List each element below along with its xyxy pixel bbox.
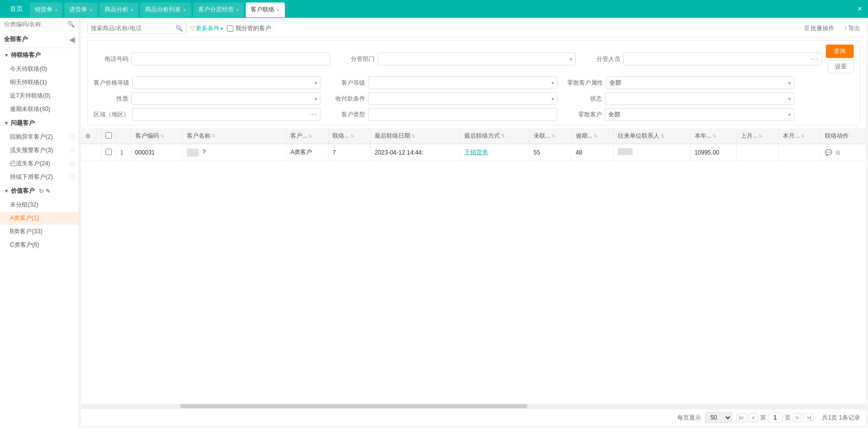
td-row-overdue: 48 (571, 144, 613, 161)
export-button[interactable]: ↑ 导出 (844, 24, 860, 33)
horizontal-scrollbar-thumb[interactable] (180, 404, 527, 408)
select-region[interactable]: ··· (132, 108, 321, 121)
page-input[interactable] (768, 413, 783, 423)
sidebar-item-tomorrow-contact[interactable]: 明天待联络(1) (0, 76, 79, 89)
th-type[interactable]: 客户... ⇅ (286, 128, 328, 144)
select-sparse-customer[interactable]: 全部 ▾ (605, 108, 794, 121)
sidebar-item-7days-contact[interactable]: 近7天待联络(0) (0, 89, 79, 103)
table-gear-icon[interactable]: ⚙ (85, 133, 91, 140)
sidebar-header-icons: ◀ (69, 36, 75, 44)
filter-my-customers[interactable]: 我分管的客户 (227, 24, 271, 33)
th-company-contacts[interactable]: 往来单位联系人 ⇅ (613, 128, 690, 144)
select-all-checkbox[interactable] (106, 132, 112, 139)
th-settings[interactable]: ⚙ (81, 128, 101, 144)
sidebar-group-problem-label: 问题客户 (11, 119, 35, 127)
page-size-select[interactable]: 50 100 200 (705, 412, 732, 423)
th-last-contact-date[interactable]: 最后联络日期 ⇅ (371, 128, 460, 144)
td-row-last-method[interactable]: 下销货单 (460, 144, 529, 161)
sidebar-item-repurchase-abnormal[interactable]: 回购异常客户(2) ⓘ (0, 130, 79, 144)
select-phone[interactable] (131, 53, 330, 65)
th-contact-count[interactable]: 联络... ⇅ (328, 128, 371, 144)
settings-button[interactable]: 设置 (828, 60, 854, 73)
sidebar-group-value-customers[interactable]: ▼ 价值客户 ↻ ✎ (0, 184, 79, 198)
last-method-link[interactable]: 下销货单 (464, 149, 488, 156)
select-status[interactable]: ▾ (605, 92, 794, 105)
select-price-grade[interactable]: ▾ (132, 76, 321, 89)
sidebar-item-class-a[interactable]: A类客户(1) (0, 212, 79, 225)
nav-tab-close-5[interactable]: × (276, 7, 279, 13)
sidebar-item-churn-warning[interactable]: 流失预警客户(3) ⓘ (0, 144, 79, 157)
nav-tab-close-0[interactable]: × (54, 7, 57, 13)
sidebar-group-problem-customers[interactable]: ▼ 问题客户 (0, 116, 79, 130)
nav-tab-1[interactable]: 进货单 × (64, 2, 97, 17)
last-page-button[interactable]: >| (804, 413, 814, 422)
th-checkbox (101, 128, 116, 144)
value-group-refresh-icon[interactable]: ↻ (39, 188, 44, 195)
nav-tab-3[interactable]: 商品分析列表 × (140, 2, 191, 17)
nav-tab-5[interactable]: 客户联络 × (246, 2, 284, 17)
nav-tab-close-4[interactable]: × (236, 7, 239, 13)
my-customers-checkbox[interactable] (227, 25, 233, 32)
qrcode-icon[interactable]: ⊞ (835, 149, 840, 156)
th-overdue[interactable]: 逾期... ⇅ (571, 128, 613, 144)
nav-tab-0[interactable]: 销货单 × (30, 2, 62, 17)
select-customer-grade[interactable]: ▾ (368, 76, 557, 89)
th-last-method[interactable]: 最后联络方式 ⇅ (460, 128, 529, 144)
chat-icon[interactable]: 💬 (825, 149, 832, 156)
td-row-action: 💬 ⊞ (821, 144, 866, 161)
sort-icon-type: ⇅ (308, 133, 312, 139)
filter-more-conditions[interactable]: ▽ 更多条件 ▾ (190, 24, 223, 33)
td-row-contact-count: 7 (328, 144, 371, 161)
sidebar-search-input[interactable] (4, 21, 65, 28)
th-index (116, 128, 131, 144)
prev-page-button[interactable]: < (749, 413, 758, 422)
window-close-button[interactable]: × (856, 2, 864, 15)
nav-tab-close-1[interactable]: × (89, 7, 92, 13)
batch-operation-button[interactable]: ☰ 批量操作 (804, 24, 834, 33)
nav-tab-close-3[interactable]: × (183, 7, 186, 13)
sidebar-item-declining[interactable]: 持续下滑客户(2) ⓘ (0, 170, 79, 184)
select-payment[interactable]: ▾ (368, 92, 557, 105)
select-customer-type[interactable] (368, 108, 557, 121)
th-name-label: 客户名称 (187, 132, 211, 140)
person-dots-icon[interactable]: ··· (811, 54, 818, 63)
filter-search-input[interactable] (91, 25, 173, 32)
next-page-button[interactable]: > (793, 413, 802, 422)
nav-home[interactable]: 首页 (4, 0, 29, 18)
value-group-edit-icon[interactable]: ✎ (46, 188, 51, 195)
sidebar-item-overdue-contact[interactable]: 逾期未联络(30) (0, 103, 79, 116)
sidebar-item-today-contact[interactable]: 今天待联络(0) (0, 62, 79, 76)
th-this-month[interactable]: 本月... ⇅ (779, 128, 821, 144)
select-person[interactable]: ··· (623, 53, 822, 65)
th-code[interactable]: 客户编码 ⇅ (131, 128, 183, 144)
horizontal-scrollbar[interactable] (81, 404, 866, 409)
sidebar-group-pending-contact[interactable]: ▼ 待联络客户 (0, 48, 79, 62)
collapse-icon[interactable]: ◀ (69, 36, 75, 44)
filter-search-box[interactable]: 🔍 (87, 23, 186, 34)
sidebar-item-churn-warning-label: 流失预警客户(3) (10, 146, 69, 155)
select-nature[interactable]: ▾ (131, 92, 321, 105)
select-sparse-attr[interactable]: 全部 ▾ (606, 76, 794, 89)
batch-icon: ☰ (804, 25, 810, 32)
nav-tab-4[interactable]: 客户分层经营 × (193, 2, 244, 17)
select-dept[interactable]: ▾ (378, 53, 576, 65)
region-dots-icon[interactable]: ··· (309, 110, 317, 119)
sidebar-item-class-b[interactable]: B类客户(33) (0, 225, 79, 238)
info-icon-churn-warning: ⓘ (69, 147, 75, 154)
row-checkbox[interactable] (106, 149, 112, 155)
sidebar-item-churned[interactable]: 已流失客户(24) ⓘ (0, 157, 79, 170)
nav-tab-close-2[interactable]: × (130, 7, 133, 13)
nav-tab-2[interactable]: 商品分析 × (100, 2, 138, 17)
nav-tab-label-0: 销货单 (35, 5, 53, 14)
sidebar-item-class-c[interactable]: C类客户(6) (0, 238, 79, 252)
th-last-month[interactable]: 上月... ⇅ (737, 128, 779, 144)
th-not-contacted[interactable]: 未联... ⇅ (529, 128, 571, 144)
th-contact-count-label: 联络... (332, 132, 349, 140)
sidebar-item-ungrouped[interactable]: 未分组(32) (0, 198, 79, 212)
sidebar-item-class-c-label: C类客户(6) (10, 241, 75, 249)
query-button[interactable]: 查询 (826, 45, 854, 58)
label-region: 区域（地区） (94, 110, 129, 119)
first-page-button[interactable]: |< (736, 413, 747, 422)
th-this-year[interactable]: 本年... ⇅ (690, 128, 736, 144)
th-name[interactable]: 客户名称 ⇅ (183, 128, 286, 144)
